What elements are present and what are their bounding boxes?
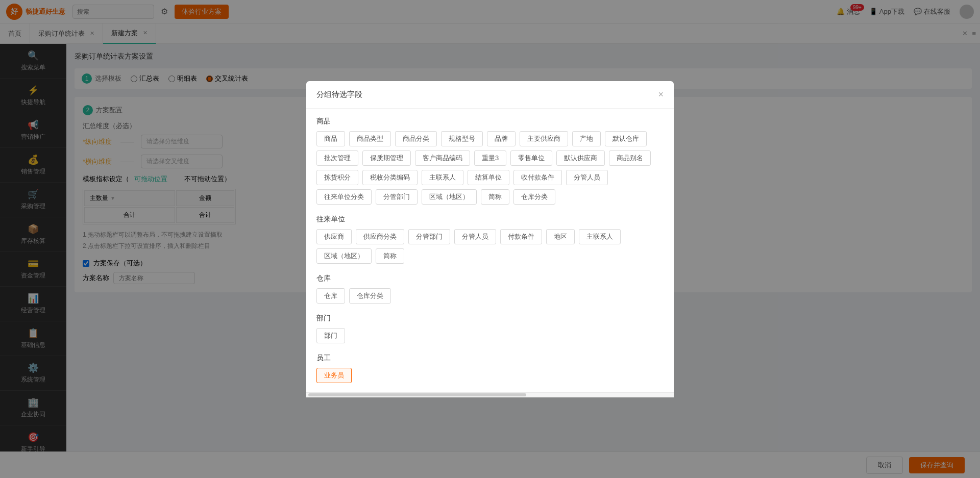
field-tag-retail-unit[interactable]: 零售单位	[510, 150, 552, 166]
field-tag-expiry-mgmt[interactable]: 保质期管理	[362, 150, 411, 166]
field-tag-supplier[interactable]: 供应商	[316, 229, 352, 244]
field-tag-goods-category[interactable]: 商品分类	[395, 131, 437, 146]
field-tag-sales-staff[interactable]: 业务员	[316, 368, 352, 383]
field-tag-brand[interactable]: 品牌	[487, 131, 516, 146]
field-tag-origin[interactable]: 产地	[572, 131, 601, 146]
field-tag-storage-score[interactable]: 拣货积分	[316, 170, 358, 185]
field-tag-short-name2[interactable]: 简称	[376, 248, 404, 264]
field-tag-from-unit-category[interactable]: 往来单位分类	[316, 189, 372, 205]
field-group-warehouse: 仓库 仓库 仓库分类	[316, 274, 664, 304]
field-tag-spec-model[interactable]: 规格型号	[441, 131, 483, 146]
modal-header: 分组待选字段 ×	[306, 81, 674, 109]
field-tags-goods: 商品 商品类型 商品分类 规格型号 品牌 主要供应商 产地 默认仓库 批次管理 …	[316, 131, 664, 205]
field-tags-department: 部门	[316, 328, 664, 343]
field-tags-counterpart: 供应商 供应商分类 分管部门 分管人员 付款条件 地区 主联系人 区域（地区） …	[316, 229, 664, 264]
field-tag-warehouse-category[interactable]: 仓库分类	[513, 189, 555, 205]
field-group-employee: 员工 业务员	[316, 354, 664, 383]
field-tag-payment-cond[interactable]: 付款条件	[500, 229, 542, 244]
field-group-employee-title: 员工	[316, 354, 664, 363]
field-tag-manager[interactable]: 分管人员	[566, 170, 608, 185]
field-tag-area[interactable]: 地区	[546, 229, 575, 244]
field-tag-short-name[interactable]: 简称	[481, 189, 509, 205]
modal-title: 分组待选字段	[316, 90, 362, 99]
field-tag-supplier-category[interactable]: 供应商分类	[356, 229, 404, 244]
field-group-counterpart: 往来单位 供应商 供应商分类 分管部门 分管人员 付款条件 地区 主联系人 区域…	[316, 215, 664, 264]
field-tag-default-supplier[interactable]: 默认供应商	[556, 150, 605, 166]
field-tag-goods[interactable]: 商品	[316, 131, 345, 146]
field-group-warehouse-title: 仓库	[316, 274, 664, 283]
field-tag-batch-mgmt[interactable]: 批次管理	[316, 150, 358, 166]
field-tag-settlement-unit[interactable]: 结算单位	[468, 170, 509, 185]
field-tag-weight3[interactable]: 重量3	[474, 150, 506, 166]
modal-close-icon[interactable]: ×	[658, 89, 664, 100]
field-tag-contact[interactable]: 主联系人	[579, 229, 621, 244]
field-tag-wh-category[interactable]: 仓库分类	[349, 288, 391, 304]
modal-overlay: 分组待选字段 × 商品 商品 商品类型 商品分类 规格型号 品牌 主要供应商 产…	[0, 0, 980, 478]
modal-horizontal-scrollbar[interactable]	[306, 392, 674, 397]
modal: 分组待选字段 × 商品 商品 商品类型 商品分类 规格型号 品牌 主要供应商 产…	[306, 81, 674, 397]
field-tag-default-warehouse[interactable]: 默认仓库	[605, 131, 647, 146]
field-group-goods-title: 商品	[316, 117, 664, 126]
field-tag-dept[interactable]: 分管部门	[376, 189, 418, 205]
field-group-department: 部门 部门	[316, 314, 664, 343]
field-group-department-title: 部门	[316, 314, 664, 323]
field-tag-goods-alias[interactable]: 商品别名	[609, 150, 651, 166]
field-tag-customer-code[interactable]: 客户商品编码	[415, 150, 470, 166]
field-tag-goods-type[interactable]: 商品类型	[349, 131, 391, 146]
field-tag-main-contact[interactable]: 主联系人	[422, 170, 463, 185]
field-group-goods: 商品 商品 商品类型 商品分类 规格型号 品牌 主要供应商 产地 默认仓库 批次…	[316, 117, 664, 205]
field-tag-main-supplier[interactable]: 主要供应商	[520, 131, 568, 146]
hscroll-thumb[interactable]	[308, 393, 526, 396]
field-tag-region[interactable]: 区域（地区）	[422, 189, 477, 205]
field-group-counterpart-title: 往来单位	[316, 215, 664, 224]
field-tag-mgmt-staff[interactable]: 分管人员	[454, 229, 496, 244]
field-tag-region2[interactable]: 区域（地区）	[316, 248, 372, 264]
field-tag-mgmt-dept[interactable]: 分管部门	[408, 229, 450, 244]
field-tags-warehouse: 仓库 仓库分类	[316, 288, 664, 304]
modal-body: 商品 商品 商品类型 商品分类 规格型号 品牌 主要供应商 产地 默认仓库 批次…	[306, 109, 674, 392]
field-tag-tax-code[interactable]: 税收分类编码	[362, 170, 418, 185]
field-tag-payment-terms[interactable]: 收付款条件	[513, 170, 562, 185]
field-tags-employee: 业务员	[316, 368, 664, 383]
field-tag-dept2[interactable]: 部门	[316, 328, 345, 343]
field-tag-wh[interactable]: 仓库	[316, 288, 345, 304]
